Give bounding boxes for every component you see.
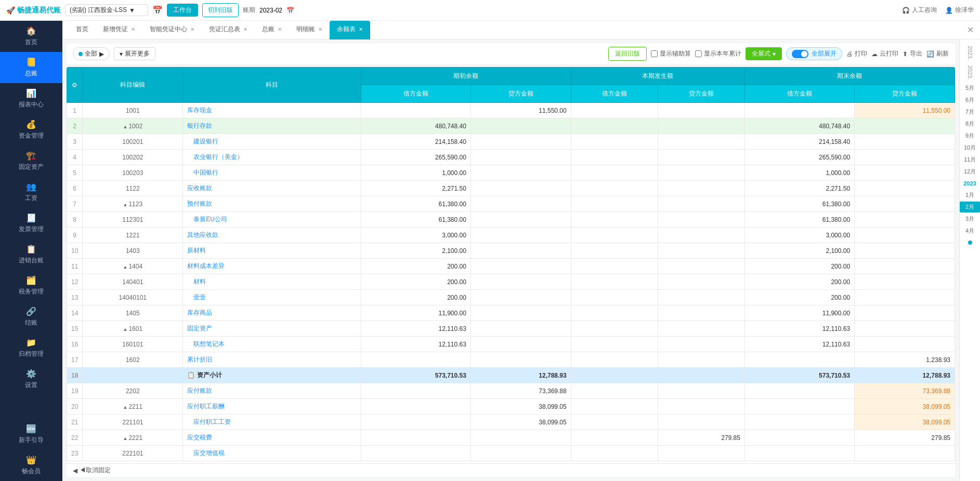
month-1[interactable]: 1月 (960, 190, 980, 201)
close-icon[interactable]: ✕ (278, 26, 282, 32)
account-name[interactable]: 库存商品 (183, 305, 361, 321)
account-name[interactable]: 建设银行 (183, 134, 361, 150)
month-4[interactable]: 4月 (960, 225, 980, 236)
sidebar-item-archive[interactable]: 📁 归档管理 (0, 332, 62, 364)
expand-button[interactable]: ▾ 展开更多 (114, 47, 155, 60)
period-credit (471, 430, 571, 446)
account-name[interactable]: 应付职工薪酬 (183, 399, 361, 415)
gear-header[interactable]: ⚙ (67, 68, 83, 103)
month-10[interactable]: 10月 (960, 142, 980, 153)
sidebar-item-salary[interactable]: 👥 工资 (0, 177, 62, 208)
account-name[interactable]: 预付账款 (183, 196, 361, 212)
toggle-switch[interactable] (792, 50, 808, 58)
tab-balance[interactable]: 余额表 ✕ (330, 21, 370, 39)
show-ytd-checkbox[interactable]: 显示本年累计 (695, 49, 741, 58)
unpin-button[interactable]: ◀ ◀取消固定 (73, 466, 111, 475)
account-name[interactable]: 固定资产 (183, 321, 361, 337)
account-name[interactable]: 应收账款 (183, 181, 361, 196)
account-code: 1221 (83, 228, 183, 243)
account-name[interactable]: 农业银行（美金） (183, 150, 361, 165)
month-8[interactable]: 8月 (960, 118, 980, 129)
sidebar-item-guide[interactable]: 🆕 新手引导 (0, 419, 62, 450)
show-auxiliary-checkbox[interactable]: 显示辅助算 (651, 49, 691, 58)
month-3[interactable]: 3月 (960, 213, 980, 224)
account-name[interactable]: 原材料 (183, 243, 361, 259)
account-name[interactable]: 应交增值税 (183, 446, 361, 461)
print-button[interactable]: 🖨 打印 (846, 49, 867, 58)
month-5[interactable]: 5月 (960, 83, 980, 93)
account-name[interactable]: 应交税费 (183, 430, 361, 446)
sidebar-item-tax[interactable]: 🗂️ 税务管理 (0, 270, 62, 301)
sidebar-item-report[interactable]: 📊 报表中心 (0, 83, 62, 114)
sidebar-item-fund[interactable]: 💰 资金管理 (0, 114, 62, 145)
close-icon[interactable]: ✕ (190, 26, 194, 32)
tab-bar-close-icon[interactable]: ✕ (967, 25, 974, 35)
month-7[interactable]: 7月 (960, 106, 980, 117)
account-name[interactable]: 材料成本差异 (183, 259, 361, 274)
account-name[interactable]: 壹壹 (183, 290, 361, 305)
tab-detail-ledger[interactable]: 明细账 ✕ (289, 21, 330, 39)
month-6[interactable]: 6月 (960, 95, 980, 105)
row-num: 10 (67, 243, 83, 259)
account-code (83, 368, 183, 383)
period-calendar-icon[interactable]: 📅 (286, 7, 294, 14)
month-11[interactable]: 11月 (960, 154, 980, 165)
ytd-checkbox-input[interactable] (695, 50, 702, 57)
sidebar-item-invoice[interactable]: 🧾 发票管理 (0, 208, 62, 239)
close-icon[interactable]: ✕ (243, 26, 247, 32)
period-value: 2023-02 (259, 7, 282, 14)
account-name[interactable]: 应付职工工资 (183, 415, 361, 430)
end-credit: 279.85 (855, 430, 955, 446)
account-name[interactable]: 累计折旧 (183, 352, 361, 368)
account-name[interactable]: 泰展EU公司 (183, 212, 361, 228)
full-style-label: 全展式 (752, 49, 770, 58)
account-name[interactable]: 其他应收款 (183, 228, 361, 243)
switch-version-button[interactable]: 切到旧版 (202, 3, 239, 17)
full-style-button[interactable]: 全展式 ▾ (746, 47, 782, 60)
filter-button[interactable]: 全部 ▶ (73, 47, 110, 60)
month-12[interactable]: 12月 (960, 166, 980, 177)
account-name[interactable]: 中国银行 (183, 165, 361, 181)
account-name[interactable]: 应付账款 (183, 383, 361, 399)
month-2-active[interactable]: 2月 (960, 202, 980, 212)
service-btn[interactable]: 🎧 人工咨询 (902, 6, 937, 15)
expand-all-toggle[interactable]: 全部展开 (786, 47, 842, 60)
account-name: 📋资产小计 (183, 368, 361, 383)
account-name[interactable]: 联想笔记本 (183, 337, 361, 352)
tab-smart-voucher[interactable]: 智能凭证中心 ✕ (142, 21, 202, 39)
sidebar-label-salary: 工资 (25, 194, 37, 203)
auxiliary-label: 显示辅助算 (660, 49, 691, 58)
sidebar-item-ledger[interactable]: 📒 总账 (0, 52, 62, 83)
period-credit (471, 446, 571, 461)
user-profile[interactable]: 👤 徐泽华 (945, 6, 974, 15)
close-icon[interactable]: ✕ (359, 26, 363, 32)
workbench-button[interactable]: 工作台 (167, 4, 198, 17)
account-name[interactable]: 银行存款 (183, 118, 361, 134)
sidebar-item-member[interactable]: 👑 畅会员 (0, 450, 62, 481)
sidebar-item-settings[interactable]: ⚙️ 设置 (0, 364, 62, 395)
toolbar-right: 返回旧版 显示辅助算 显示本年累计 全展式 ▾ (608, 47, 949, 61)
close-icon[interactable]: ✕ (318, 26, 322, 32)
return-old-button[interactable]: 返回旧版 (608, 47, 647, 61)
cloud-print-icon: ☁ (871, 50, 878, 58)
auxiliary-checkbox-input[interactable] (651, 50, 658, 57)
company-selector[interactable]: (劣副) 江西股金-LSS ▼ (65, 4, 148, 16)
sidebar-item-purchase[interactable]: 📋 进销台账 (0, 239, 62, 270)
refresh-button[interactable]: 🔄 刷新 (926, 49, 949, 58)
month-9[interactable]: 9月 (960, 130, 980, 141)
tab-home[interactable]: 首页 (69, 21, 96, 39)
sidebar-item-closing[interactable]: 🔗 结账 (0, 301, 62, 332)
tab-voucher-summary[interactable]: 凭证汇总表 ✕ (202, 21, 255, 39)
period-debit: 12,110.63 (361, 321, 471, 337)
account-name[interactable]: 库存现金 (183, 103, 361, 118)
sidebar-item-home[interactable]: 🏠 首页 (0, 21, 62, 52)
tab-general-ledger[interactable]: 总账 ✕ (255, 21, 289, 39)
sidebar-item-assets[interactable]: 🏗️ 固定资产 (0, 145, 62, 177)
close-icon[interactable]: ✕ (131, 26, 135, 32)
sidebar-label-tax: 税务管理 (19, 287, 44, 296)
end-debit (744, 352, 854, 368)
tab-new-voucher[interactable]: 新增凭证 ✕ (96, 21, 142, 39)
account-name[interactable]: 材料 (183, 274, 361, 290)
export-button[interactable]: ⬆ 导出 (903, 49, 922, 58)
cloud-print-button[interactable]: ☁ 云打印 (871, 49, 898, 58)
